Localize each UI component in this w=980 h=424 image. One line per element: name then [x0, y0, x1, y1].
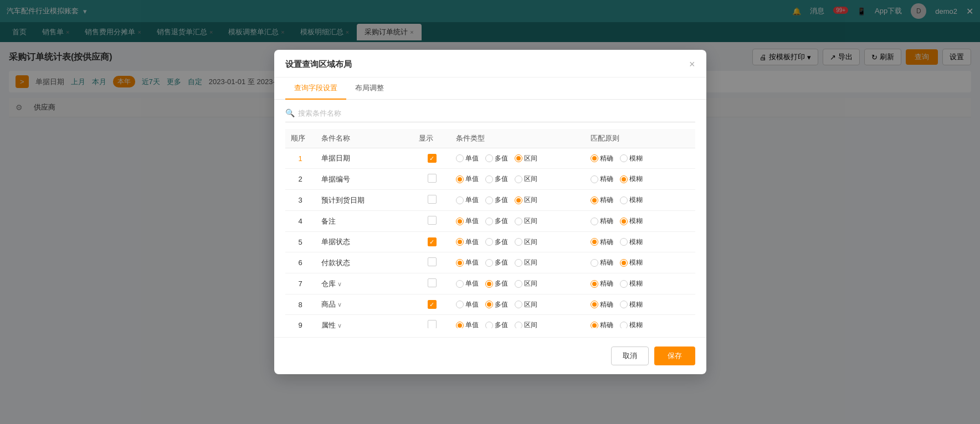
modal-close-button[interactable]: ×	[689, 59, 695, 77]
type-radio-区间[interactable]: 区间	[515, 320, 537, 328]
radio-label: 精确	[600, 154, 613, 163]
display-checkbox[interactable]	[428, 300, 437, 309]
table-row: 4备注单值多值区间精确模糊	[285, 211, 695, 232]
radio-dot-多值	[485, 322, 493, 329]
type-radio-多值[interactable]: 多值	[485, 279, 508, 288]
radio-label: 单值	[465, 320, 479, 328]
match-radio-模糊[interactable]: 模糊	[620, 279, 643, 288]
modal-tab-query-fields[interactable]: 查询字段设置	[285, 77, 346, 100]
match-radio-精确[interactable]: 精确	[591, 195, 613, 205]
type-radio-单值[interactable]: 单值	[456, 154, 479, 163]
match-radio-精确[interactable]: 精确	[591, 320, 613, 328]
display-checkbox[interactable]	[428, 216, 437, 225]
radio-dot-多值	[485, 259, 493, 267]
modal-table-body: 1单据日期单值多值区间精确模糊2单据编号单值多值区间精确模糊3预计到货日期单值多…	[285, 148, 695, 329]
condition-name: 预计到货日期	[321, 196, 365, 204]
match-radio-精确[interactable]: 精确	[591, 154, 613, 163]
type-radio-多值[interactable]: 多值	[485, 154, 508, 163]
display-checkbox[interactable]	[428, 174, 437, 183]
radio-dot-单值	[456, 322, 464, 329]
match-radio-精确[interactable]: 精确	[591, 258, 613, 267]
type-radio-单值[interactable]: 单值	[456, 300, 479, 309]
radio-label: 区间	[524, 195, 537, 205]
modal-search-bar: 🔍	[285, 108, 695, 122]
type-radio-多值[interactable]: 多值	[485, 174, 508, 184]
radio-label: 精确	[600, 195, 613, 205]
display-checkbox[interactable]	[428, 278, 437, 287]
type-radio-多值[interactable]: 多值	[485, 258, 508, 267]
type-radio-区间[interactable]: 区间	[515, 258, 537, 267]
match-radio-精确[interactable]: 精确	[591, 237, 613, 247]
display-checkbox[interactable]	[428, 154, 437, 163]
row-name-6: 仓库 ∨	[316, 273, 414, 294]
row-display-3	[413, 211, 450, 232]
radio-label: 模糊	[629, 320, 643, 328]
type-radio-单值[interactable]: 单值	[456, 237, 479, 247]
type-radio-单值[interactable]: 单值	[456, 320, 479, 328]
match-radio-模糊[interactable]: 模糊	[620, 237, 643, 247]
type-radio-区间[interactable]: 区间	[515, 279, 537, 288]
radio-dot-区间	[515, 322, 522, 329]
type-radio-区间[interactable]: 区间	[515, 195, 537, 205]
type-radio-单值[interactable]: 单值	[456, 216, 479, 226]
match-radio-精确[interactable]: 精确	[591, 279, 613, 288]
type-radio-单值[interactable]: 单值	[456, 258, 479, 267]
type-radio-区间[interactable]: 区间	[515, 154, 537, 163]
modal-body: 🔍 顺序 条件名称 显示 条件类型 匹配原则	[274, 100, 706, 337]
radio-label: 精确	[600, 320, 613, 328]
row-type-3: 单值多值区间	[450, 211, 585, 232]
modal-tab-layout[interactable]: 布局调整	[346, 77, 393, 100]
radio-dot-多值	[485, 218, 493, 225]
radio-dot-模糊	[620, 238, 628, 246]
search-input[interactable]	[298, 109, 409, 117]
type-radio-单值[interactable]: 单值	[456, 195, 479, 205]
display-checkbox[interactable]	[428, 237, 437, 246]
radio-label: 多值	[495, 300, 508, 309]
radio-dot-模糊	[620, 322, 628, 329]
cancel-button[interactable]: 取消	[611, 347, 649, 365]
type-radio-区间[interactable]: 区间	[515, 300, 537, 309]
match-radio-精确[interactable]: 精确	[591, 174, 613, 184]
row-display-2	[413, 190, 450, 211]
match-radio-模糊[interactable]: 模糊	[620, 258, 643, 267]
match-radio-精确[interactable]: 精确	[591, 216, 613, 226]
match-radio-模糊[interactable]: 模糊	[620, 320, 643, 328]
row-display-1	[413, 169, 450, 190]
radio-dot-模糊	[620, 197, 628, 204]
row-display-4	[413, 232, 450, 252]
save-button[interactable]: 保存	[654, 347, 695, 365]
radio-label: 单值	[465, 174, 479, 184]
match-radio-模糊[interactable]: 模糊	[620, 195, 643, 205]
type-radio-区间[interactable]: 区间	[515, 216, 537, 226]
match-radio-模糊[interactable]: 模糊	[620, 216, 643, 226]
radio-label: 模糊	[629, 154, 643, 163]
radio-dot-区间	[515, 197, 522, 204]
radio-dot-区间	[515, 280, 522, 288]
radio-label: 多值	[495, 174, 508, 184]
display-checkbox[interactable]	[428, 320, 437, 328]
type-radio-多值[interactable]: 多值	[485, 237, 508, 247]
type-radio-多值[interactable]: 多值	[485, 195, 508, 205]
row-type-4: 单值多值区间	[450, 232, 585, 252]
match-radio-模糊[interactable]: 模糊	[620, 300, 643, 309]
row-type-1: 单值多值区间	[450, 169, 585, 190]
type-radio-区间[interactable]: 区间	[515, 174, 537, 184]
type-radio-区间[interactable]: 区间	[515, 237, 537, 247]
match-radio-模糊[interactable]: 模糊	[620, 174, 643, 184]
type-radio-多值[interactable]: 多值	[485, 320, 508, 328]
display-checkbox[interactable]	[428, 195, 437, 204]
radio-dot-区间	[515, 259, 522, 267]
radio-label: 精确	[600, 237, 613, 247]
match-radio-精确[interactable]: 精确	[591, 300, 613, 309]
radio-label: 精确	[600, 216, 613, 226]
radio-label: 多值	[495, 195, 508, 205]
type-radio-多值[interactable]: 多值	[485, 216, 508, 226]
radio-label: 多值	[495, 258, 508, 267]
type-radio-单值[interactable]: 单值	[456, 279, 479, 288]
condition-name: 单据状态	[321, 237, 350, 246]
type-radio-单值[interactable]: 单值	[456, 174, 479, 184]
match-radio-模糊[interactable]: 模糊	[620, 154, 643, 163]
type-radio-多值[interactable]: 多值	[485, 300, 508, 309]
display-checkbox[interactable]	[428, 257, 437, 266]
row-order-4: 5	[285, 232, 316, 252]
